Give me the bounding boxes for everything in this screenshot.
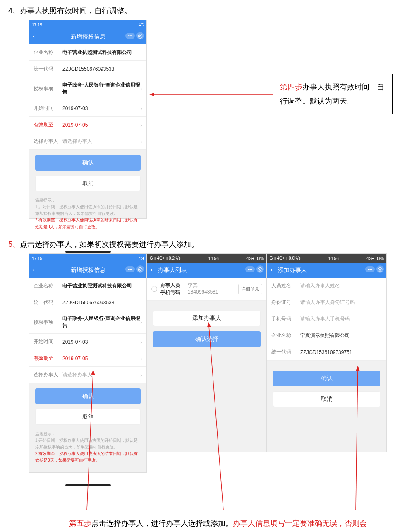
label: 授权事项 xyxy=(34,85,62,92)
step5-heading: 5、点击选择办事人，如果初次授权需要进行办事人添加。 xyxy=(8,239,410,249)
label: 开始时间 xyxy=(34,338,62,345)
label: 企业名称 xyxy=(34,49,62,56)
chevron-right-icon[interactable]: › xyxy=(140,122,142,128)
value: 电子营业执照测试科技有限公司 xyxy=(62,282,142,289)
label: 统一代码 xyxy=(34,65,62,72)
callout-step: 第五步 xyxy=(69,519,91,527)
value: ZZJGD1550676093533 xyxy=(62,66,142,72)
chevron-right-icon[interactable]: › xyxy=(140,138,142,145)
step4-text: 办事人执照有效时间，自行调整。 xyxy=(20,7,132,15)
value: 电子营业执照测试科技有限公司 xyxy=(62,49,142,56)
title-text: 添加办事人 xyxy=(278,267,307,274)
value: 2019-07-03 xyxy=(62,106,140,111)
target-icon[interactable]: ◎ xyxy=(136,32,144,39)
status-time: 14:56 xyxy=(208,256,219,261)
cancel-button[interactable]: 取消 xyxy=(273,391,380,407)
confirm-select-button[interactable]: 确认选择 xyxy=(153,331,261,347)
label: 企业名称 xyxy=(34,282,62,289)
chevron-right-icon[interactable]: › xyxy=(140,105,142,112)
value: 2019-07-03 xyxy=(62,339,140,345)
step5-callout: 第五步点击选择办事人，进行办事人选择或添加。办事人信息填写一定要准确无误，否则会… xyxy=(62,510,376,532)
label: 开始时间 xyxy=(34,105,62,112)
value[interactable]: 请选择办事人 xyxy=(62,371,140,378)
label: 手机号码 xyxy=(271,315,300,323)
title-bar: ‹ 添加办事人 ••• ◎ xyxy=(267,263,386,278)
title-text: 新增授权信息 xyxy=(71,267,105,274)
value: ZZJGD1536109739751 xyxy=(300,349,382,355)
cancel-button[interactable]: 取消 xyxy=(35,409,141,425)
label: 有效期至 xyxy=(34,355,62,362)
back-icon[interactable]: ‹ xyxy=(151,266,153,273)
label: 统一代码 xyxy=(271,349,300,356)
value[interactable]: 请选择办事人 xyxy=(62,138,140,145)
tips-line1: 1.开始日期：授权办事人使用该执照的开始日期，默认是添加授权事项的当天，如果需要… xyxy=(35,204,141,217)
label: 手机号码 xyxy=(160,289,184,296)
title-bar: ‹ 办事人列表 ••• ◎ xyxy=(147,263,266,278)
menu-icon[interactable]: ••• xyxy=(365,266,375,272)
label: 选择办事人 xyxy=(34,371,62,378)
detail-button[interactable]: 详细信息 xyxy=(238,284,262,294)
back-icon[interactable]: ‹ xyxy=(33,266,35,273)
label: 办事人员 xyxy=(160,282,184,289)
menu-icon[interactable]: ••• xyxy=(125,266,135,272)
target-icon[interactable]: ◎ xyxy=(376,265,384,273)
back-icon[interactable]: ‹ xyxy=(270,266,273,273)
chevron-right-icon[interactable]: › xyxy=(140,372,142,378)
list-item[interactable]: 办事人员李真 手机号码18409648581 详细信息 xyxy=(147,278,266,301)
step4-heading: 4、办事人执照有效时间，自行调整。 xyxy=(8,6,410,16)
status-bar: G ⫴ 4G+ ⫴ 0.8K/s 14:56 4G+ 33% xyxy=(267,254,386,263)
status-right: 4G+ 33% xyxy=(366,256,384,261)
value: 18409648581 xyxy=(188,289,218,296)
label: 选择办事人 xyxy=(34,138,62,145)
id-input[interactable]: 请输入办事人身份证号码 xyxy=(300,299,382,306)
tips-line1: 1.开始日期：授权办事人使用该执照的开始日期，默认是添加授权事项的当天，如果需要… xyxy=(35,437,141,450)
chevron-right-icon[interactable]: › xyxy=(140,319,142,325)
title-text: 办事人列表 xyxy=(158,267,187,274)
value: 宁夏演示执照有限公司 xyxy=(300,332,382,339)
cancel-button[interactable]: 取消 xyxy=(35,176,141,191)
radio-icon[interactable] xyxy=(151,286,157,292)
status-left: G ⫴ 4G+ ⫴ 0.8K/s xyxy=(270,256,300,261)
menu-icon[interactable]: ••• xyxy=(125,33,135,39)
value: 2019-07-05 xyxy=(62,356,140,361)
back-icon[interactable]: ‹ xyxy=(33,33,35,39)
confirm-button[interactable]: 确认 xyxy=(273,371,380,386)
tel-input[interactable]: 请输入办事人手机号码 xyxy=(300,315,382,323)
target-icon[interactable]: ◎ xyxy=(256,265,264,273)
status-right: 4G+ 33% xyxy=(246,256,264,261)
tips-block: 温馨提示： 1.开始日期：授权办事人使用该执照的开始日期，默认是添加授权事项的当… xyxy=(29,427,146,472)
confirm-button[interactable]: 确认 xyxy=(35,155,141,171)
home-indicator xyxy=(65,484,111,486)
step4-callout: 第四步办事人执照有效时间，自行调整。默认为两天。 xyxy=(273,74,393,114)
tips-title: 温馨提示： xyxy=(35,197,141,204)
target-icon[interactable]: ◎ xyxy=(136,265,144,273)
chevron-right-icon[interactable]: › xyxy=(140,85,142,92)
title-bar: ‹ 新增授权信息 ••• ◎ xyxy=(29,29,146,44)
phone-list-card: G ⫴ 4G+ ⫴ 0.2K/s 14:56 4G+ 33% ‹ 办事人列表 •… xyxy=(147,253,267,452)
step5-text: 点击选择办事人，如果初次授权需要进行办事人添加。 xyxy=(20,240,199,248)
tips-title: 温馨提示： xyxy=(35,431,141,437)
confirm-button[interactable]: 确认 xyxy=(35,388,141,404)
title-bar: ‹ 新增授权信息 ••• ◎ xyxy=(29,263,146,278)
value: 李真 xyxy=(188,282,198,289)
callout-mid: 点击选择办事人，进行办事人选择或添加。 xyxy=(91,519,233,527)
callout-step: 第四步 xyxy=(280,83,302,91)
status-bar: 17:15 4G xyxy=(29,254,146,263)
status-time: 14:56 xyxy=(328,256,339,261)
menu-icon[interactable]: ••• xyxy=(245,266,255,272)
label: 统一代码 xyxy=(34,299,62,306)
status-time: 17:15 xyxy=(32,256,42,261)
chevron-right-icon[interactable]: › xyxy=(140,355,142,362)
chevron-right-icon[interactable]: › xyxy=(140,339,142,345)
label: 授权事项 xyxy=(34,319,62,326)
value: 2019-07-05 xyxy=(62,122,140,128)
home-indicator xyxy=(65,251,111,253)
phone-auth-card: 17:15 4G ‹ 新增授权信息 ••• ◎ 企业名称电子营业执照测试科技有限… xyxy=(29,20,147,219)
add-person-button[interactable]: 添加办事人 xyxy=(153,311,261,326)
tips-line2: 2.有效期至：授权办事人使用该执照的结束日期，默认有效期是3天，如果需要可自行更… xyxy=(35,217,141,230)
value: 电子政务-人民银行-查询企业信用报告 xyxy=(62,82,140,96)
value: ZZJGD1550676093533 xyxy=(62,300,142,306)
name-input[interactable]: 请输入办事人姓名 xyxy=(300,282,382,289)
phone-add-card: G ⫴ 4G+ ⫴ 0.8K/s 14:56 4G+ 33% ‹ 添加办事人 •… xyxy=(267,253,387,452)
label: 有效期至 xyxy=(34,121,62,128)
